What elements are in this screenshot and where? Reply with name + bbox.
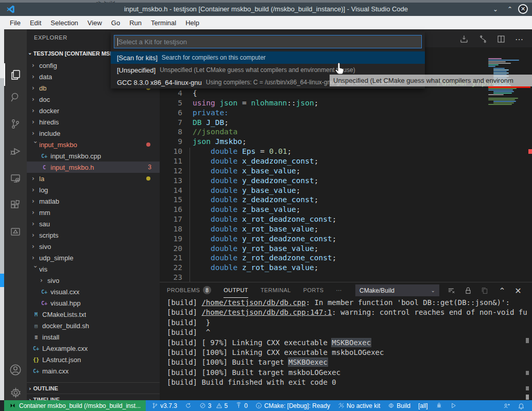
tree-file-LAexample.cxx[interactable]: C+LAexample.cxx xyxy=(27,343,160,354)
active-kit-item[interactable]: No active kit xyxy=(338,402,380,409)
clear-output-icon[interactable] xyxy=(445,285,457,296)
file-type-icon: ≡ xyxy=(32,334,40,340)
line-number: 14 xyxy=(160,186,182,195)
tree-folder-matlab[interactable]: ›matlab xyxy=(27,195,160,207)
code-line: 20 double y_rot_base_value; xyxy=(160,244,532,254)
panel-tab-output[interactable]: OUTPUT xyxy=(224,282,248,298)
tree-folder-mm[interactable]: ›mm xyxy=(27,207,160,218)
quickpick-item-0[interactable]: [Scan for kits]Search for compilers on t… xyxy=(111,51,425,64)
lock-autoscroll-icon[interactable] xyxy=(462,285,474,296)
maximize-panel-icon[interactable]: ⌃ xyxy=(496,285,508,296)
more-actions-icon[interactable]: ⋯ xyxy=(513,33,525,45)
modified-dot-badge xyxy=(146,142,150,147)
sync-icon[interactable] xyxy=(185,402,192,409)
file-link[interactable]: /home/testjson/db/db.cpp xyxy=(201,298,305,307)
tree-folder-scripts[interactable]: ›scripts xyxy=(27,229,160,241)
tree-file-input_mskbo.h[interactable]: Cinput_mskbo.h3 xyxy=(27,162,160,173)
tree-item-label: data xyxy=(39,73,52,81)
line-number: 19 xyxy=(160,234,182,244)
timeline-section[interactable]: › TIMELINE xyxy=(27,394,160,400)
close-panel-icon[interactable]: ✕ xyxy=(512,285,524,296)
tree-folder-include[interactable]: ›include xyxy=(27,128,160,139)
explorer-icon[interactable] xyxy=(4,63,27,86)
notifications-bell-icon[interactable] xyxy=(518,402,525,409)
output-log: [build] /home/testjson/db/db.cpp: In mem… xyxy=(167,298,527,398)
output-channel-select[interactable]: CMake/Build ⌄ xyxy=(355,284,439,296)
tree-folder-input_mskbo[interactable]: ›input_mskbo xyxy=(27,139,160,150)
build-target-item[interactable]: [all] xyxy=(418,402,428,409)
panel-tabs: PROBLEMS8OUTPUTTERMINALPORTS⋯ xyxy=(167,282,342,298)
tree-folder-vis[interactable]: ›vis xyxy=(27,263,160,275)
launch-target-icon[interactable] xyxy=(450,402,457,409)
tree-folder-doc[interactable]: ›doc xyxy=(27,94,160,105)
feedback-icon[interactable] xyxy=(503,402,510,409)
tree-folder-sivo[interactable]: ›sivo xyxy=(27,241,160,252)
chevron-right-icon: › xyxy=(29,397,31,401)
panel-tab-⋯[interactable]: ⋯ xyxy=(336,282,342,298)
close-button[interactable]: ✕ xyxy=(518,4,528,14)
tree-file-input_mskbo.cpp[interactable]: C+input_mskbo.cpp xyxy=(27,150,160,162)
panel-tab-problems[interactable]: PROBLEMS8 xyxy=(167,282,211,298)
debug-target-icon[interactable] xyxy=(436,402,442,409)
tree-folder-udp_simple[interactable]: ›udp_simple xyxy=(27,252,160,263)
code-line: 4{ xyxy=(160,88,532,98)
menu-item-file[interactable]: File xyxy=(5,19,25,27)
menu-item-go[interactable]: Go xyxy=(107,19,125,27)
outline-section[interactable]: › OUTLINE xyxy=(27,382,160,394)
file-type-icon: C+ xyxy=(32,368,40,374)
tree-folder-la[interactable]: ›la xyxy=(27,173,160,184)
tree-folder-sau[interactable]: ›sau xyxy=(27,218,160,229)
extensions-icon[interactable] xyxy=(4,194,27,217)
search-icon[interactable] xyxy=(4,86,27,109)
minimize-button[interactable]: ⌄ xyxy=(490,5,501,14)
cmake-status-item[interactable]: CMake: [Debug]: Ready xyxy=(255,402,330,409)
tree-item-label: scripts xyxy=(39,231,59,239)
menu-item-help[interactable]: Help xyxy=(181,19,204,27)
account-icon[interactable] xyxy=(4,359,27,381)
tree-file-CMakeLists.txt[interactable]: MCMakeLists.txt xyxy=(27,309,160,320)
tree-file-install[interactable]: ≡install xyxy=(27,331,160,343)
run-install-icon[interactable] xyxy=(458,33,470,45)
output-line: [build] ^ xyxy=(167,328,527,337)
line-number: 7 xyxy=(160,118,182,128)
menu-item-edit[interactable]: Edit xyxy=(25,19,46,27)
menu-item-terminal[interactable]: Terminal xyxy=(146,19,181,27)
cmake-tools-icon[interactable] xyxy=(4,221,27,243)
tree-file-docker_build.sh[interactable]: ▤docker_build.sh xyxy=(27,320,160,331)
tree-folder-sivo[interactable]: ›sivo xyxy=(27,275,160,286)
tree-file-LAstruct.json[interactable]: {}LAstruct.json xyxy=(27,354,160,365)
minimap-error-line xyxy=(488,86,530,88)
quickpick-input[interactable]: Select a Kit for testjson xyxy=(114,35,422,48)
line-number: 16 xyxy=(160,205,182,215)
swap-header-source-icon[interactable] xyxy=(477,33,489,45)
background-sliver xyxy=(0,287,4,400)
remote-indicator[interactable]: Container mskbo_build (/mskbo_build_inst… xyxy=(4,400,146,411)
open-output-in-editor-icon[interactable] xyxy=(479,285,490,296)
maximize-button[interactable]: ⌃ xyxy=(505,5,515,14)
problems-item[interactable]: 3 5 xyxy=(199,402,228,409)
git-branch-item[interactable]: v3.7.3 xyxy=(152,402,177,409)
hover-tooltip: Unspecified (Let CMake guess what compil… xyxy=(330,75,532,86)
menu-item-run[interactable]: Run xyxy=(125,19,146,27)
tree-file-main.cxx[interactable]: C+main.cxx xyxy=(27,365,160,377)
menu-item-view[interactable]: View xyxy=(83,19,107,27)
tree-folder-docker[interactable]: ›docker xyxy=(27,105,160,116)
tree-file-visual.hpp[interactable]: C+visual.hpp xyxy=(27,297,160,309)
menu-item-selection[interactable]: Selection xyxy=(46,19,82,27)
tree-folder-hiredis[interactable]: ›hiredis xyxy=(27,116,160,128)
build-button[interactable]: Build xyxy=(388,402,410,409)
tree-file-visual.cxx[interactable]: C+visual.cxx xyxy=(27,286,160,297)
code-line: 7DB J_DB; xyxy=(160,118,532,128)
line-number: 22 xyxy=(160,263,182,273)
line-number: 6 xyxy=(160,108,182,118)
output-line: [build] [100%] Linking CXX executable ms… xyxy=(167,348,527,358)
panel-tab-ports[interactable]: PORTS xyxy=(303,282,324,298)
panel-tab-terminal[interactable]: TERMINAL xyxy=(261,282,291,298)
file-link[interactable]: /home/testjson/db/db.cpp:147:1 xyxy=(201,308,332,316)
split-editor-icon[interactable] xyxy=(495,33,507,45)
run-debug-icon[interactable] xyxy=(4,140,27,163)
remote-explorer-icon[interactable] xyxy=(4,167,27,190)
source-control-icon[interactable] xyxy=(4,113,27,135)
tree-folder-log[interactable]: ›log xyxy=(27,184,160,195)
ports-item[interactable]: 0 xyxy=(235,402,248,409)
